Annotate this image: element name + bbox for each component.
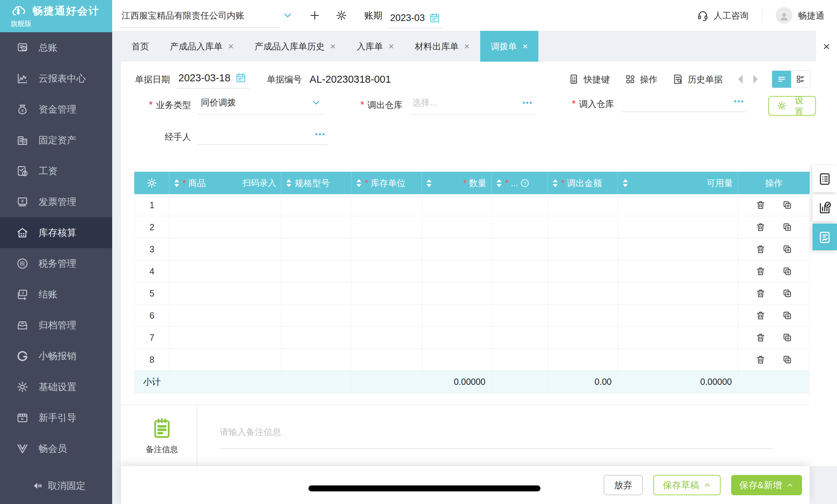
column-header-quantity[interactable]: *数量	[422, 172, 492, 194]
doc-date-field[interactable]: 2023-03-18	[177, 70, 250, 89]
cell-available-qty[interactable]	[618, 194, 739, 216]
cell-quantity[interactable]	[422, 282, 492, 304]
cell-out-amount[interactable]	[548, 194, 618, 216]
detail-list-button[interactable]	[812, 165, 837, 192]
sidebar-item-reimburse[interactable]: 小畅报销	[0, 341, 112, 372]
cell-goods[interactable]	[170, 327, 282, 348]
column-header-goods[interactable]: *商品扫码录入	[169, 172, 281, 194]
tab-close-icon[interactable]: ×	[330, 42, 335, 51]
settings-button[interactable]: 设置	[768, 96, 816, 116]
cell-goods[interactable]	[170, 194, 282, 216]
sidebar-item-closing[interactable]: 结账	[0, 279, 112, 310]
more-options-icon[interactable]: •••	[315, 131, 326, 138]
cell-spec-model[interactable]	[282, 305, 352, 326]
scan-entry-link[interactable]: 扫码录入	[243, 177, 276, 189]
operations-button[interactable]: 操作	[625, 74, 658, 85]
table-settings-icon[interactable]	[146, 177, 157, 189]
cell-goods[interactable]	[170, 349, 282, 370]
cell-out-amount[interactable]	[548, 282, 618, 304]
cell-available-qty[interactable]	[618, 327, 739, 348]
cell-available-qty[interactable]	[618, 349, 739, 370]
cell-spec-model[interactable]	[282, 282, 352, 304]
copy-row-icon[interactable]	[782, 288, 792, 299]
delete-row-icon[interactable]	[755, 310, 766, 321]
cell-more-fields[interactable]	[492, 260, 548, 282]
cell-more-fields[interactable]	[492, 238, 548, 260]
cell-out-amount[interactable]	[548, 216, 618, 238]
cell-more-fields[interactable]	[492, 349, 548, 370]
copy-row-icon[interactable]	[782, 200, 792, 210]
sidebar-item-inventory[interactable]: 库存核算	[0, 217, 112, 248]
cell-stock-unit[interactable]	[352, 260, 422, 282]
column-header-out-amount[interactable]: *调出金额	[548, 172, 618, 194]
report-check-button[interactable]	[812, 195, 837, 221]
sidebar-item-archive[interactable]: 归档管理	[0, 310, 112, 341]
column-header-available-qty[interactable]: 可用量	[618, 172, 738, 194]
support-link[interactable]: 人工咨询	[697, 9, 749, 21]
cell-out-amount[interactable]	[548, 349, 618, 370]
close-tabs-button[interactable]: ×	[816, 31, 837, 62]
gear-icon[interactable]	[335, 9, 347, 21]
shortcut-keys-button[interactable]: 快捷键	[568, 74, 610, 85]
cell-goods[interactable]	[170, 260, 282, 282]
copy-row-icon[interactable]	[782, 244, 792, 254]
cell-more-fields[interactable]	[492, 194, 548, 216]
sort-icon[interactable]	[497, 179, 502, 187]
save-draft-button[interactable]: 保存草稿	[653, 475, 721, 495]
tab-stock-in[interactable]: 入库单×	[346, 31, 404, 62]
cell-spec-model[interactable]	[282, 194, 352, 216]
delete-row-icon[interactable]	[755, 200, 766, 210]
cell-more-fields[interactable]	[492, 216, 548, 238]
cell-available-qty[interactable]	[618, 238, 739, 260]
cell-quantity[interactable]	[422, 327, 492, 348]
cell-spec-model[interactable]	[282, 260, 352, 282]
cell-available-qty[interactable]	[618, 216, 739, 238]
delete-row-icon[interactable]	[755, 244, 766, 254]
cell-goods[interactable]	[170, 238, 282, 260]
cell-spec-model[interactable]	[282, 216, 352, 238]
cell-more-fields[interactable]	[492, 305, 548, 326]
more-options-icon[interactable]: •••	[734, 98, 744, 105]
sidebar-item-guide[interactable]: 新手引导	[0, 402, 112, 433]
history-docs-button[interactable]: 历史单据	[672, 74, 723, 85]
sidebar-item-payroll[interactable]: 工资	[0, 156, 112, 186]
add-tab-icon[interactable]	[309, 9, 321, 21]
tab-product-in-history[interactable]: 产成品入库单历史×	[244, 31, 346, 62]
sort-icon[interactable]	[623, 179, 628, 187]
sidebar-item-funds[interactable]: 资金管理	[0, 94, 112, 125]
cell-out-amount[interactable]	[548, 260, 618, 282]
column-header-more-fields[interactable]: *...	[492, 172, 548, 194]
copy-row-icon[interactable]	[782, 222, 792, 232]
cell-out-amount[interactable]	[548, 327, 618, 348]
tab-close-icon[interactable]: ×	[388, 42, 394, 51]
sort-icon[interactable]	[174, 179, 179, 187]
delete-row-icon[interactable]	[755, 332, 766, 343]
cell-spec-model[interactable]	[282, 327, 352, 348]
user-menu[interactable]: 畅捷通	[776, 7, 824, 24]
cell-stock-unit[interactable]	[352, 238, 422, 260]
column-header-spec-model[interactable]: 规格型号	[281, 172, 352, 194]
next-doc-button[interactable]	[753, 75, 758, 84]
cell-quantity[interactable]	[422, 305, 492, 326]
save-new-button[interactable]: 保存&新增	[731, 475, 802, 495]
sidebar-item-ledger[interactable]: 总账	[0, 32, 112, 63]
cell-stock-unit[interactable]	[352, 349, 422, 370]
cell-stock-unit[interactable]	[352, 216, 422, 238]
cell-stock-unit[interactable]	[352, 194, 422, 216]
document-view-button[interactable]	[812, 224, 837, 250]
cell-quantity[interactable]	[422, 216, 492, 238]
cell-out-amount[interactable]	[548, 238, 618, 260]
cell-available-qty[interactable]	[618, 305, 739, 326]
tab-close-icon[interactable]: ×	[464, 42, 470, 51]
prev-doc-button[interactable]	[738, 75, 743, 84]
delete-row-icon[interactable]	[755, 354, 766, 365]
help-icon[interactable]	[520, 178, 530, 188]
more-options-icon[interactable]: •••	[523, 99, 533, 106]
copy-row-icon[interactable]	[782, 266, 792, 277]
tab-product-in[interactable]: 产成品入库单×	[159, 31, 244, 62]
tab-home[interactable]: 首页	[121, 31, 159, 62]
sort-icon[interactable]	[553, 179, 558, 187]
tab-material-out[interactable]: 材料出库单×	[404, 31, 480, 62]
cell-goods[interactable]	[170, 305, 282, 326]
period-field[interactable]: 2023-03	[389, 7, 442, 28]
